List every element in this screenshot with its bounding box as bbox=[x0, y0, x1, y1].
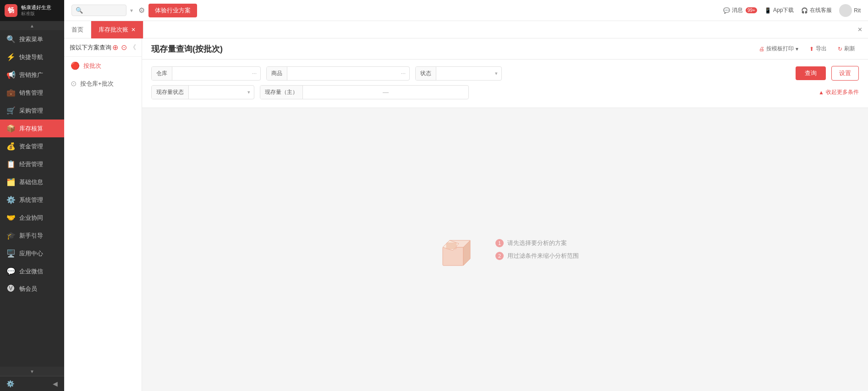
filter-add-icon[interactable]: ⊕ bbox=[112, 43, 118, 52]
collapse-icon: ▲ bbox=[819, 89, 824, 96]
query-form: 仓库 ··· 商品 ··· 状态 ▾ 查询 设置 bbox=[142, 60, 868, 108]
message-btn[interactable]: 💬 消息 99+ bbox=[723, 6, 757, 14]
settings-btn[interactable]: 设置 bbox=[831, 66, 859, 81]
inventory-qty-from-input[interactable] bbox=[303, 87, 381, 98]
hint-item-2: 2 用过滤条件来缩小分析范围 bbox=[495, 252, 579, 260]
filter-panel-header: 按以下方案查询 ⊕ ⊙ 《 bbox=[64, 38, 142, 57]
inventory-status-value[interactable] bbox=[189, 90, 244, 95]
filter-item-label: 按批次 bbox=[83, 62, 101, 70]
sidebar-item-basic[interactable]: 🗂️ 基础信息 bbox=[0, 173, 64, 191]
sidebar-item-search[interactable]: 🔍 搜索菜单 bbox=[0, 30, 64, 48]
hint-num-2: 2 bbox=[495, 252, 504, 260]
filter-item-by-batch[interactable]: 🔴 按批次 bbox=[64, 57, 142, 75]
inventory-qty-field: 现存量（主） — bbox=[260, 85, 469, 99]
service-btn[interactable]: 🎧 在线客服 bbox=[801, 6, 832, 14]
query-btn[interactable]: 查询 bbox=[796, 66, 826, 80]
sidebar-item-marketing[interactable]: 📢 营销推广 bbox=[0, 66, 64, 84]
status-label: 状态 bbox=[416, 67, 436, 80]
filter-panel-title: 按以下方案查询 bbox=[70, 43, 111, 52]
print-template-btn[interactable]: 🖨 按模板打印 ▾ bbox=[755, 43, 802, 54]
tab-home[interactable]: 首页 bbox=[64, 21, 91, 38]
headset-icon: 🎧 bbox=[801, 7, 808, 14]
inventory-qty-to-input[interactable] bbox=[390, 87, 468, 98]
search-input[interactable] bbox=[85, 7, 117, 14]
sidebar-item-purchase[interactable]: 🛒 采购管理 bbox=[0, 102, 64, 119]
refresh-icon: ↻ bbox=[838, 46, 842, 52]
filter-panel: 按以下方案查询 ⊕ ⊙ 《 🔴 按批次 ⊙ 按仓库+批次 bbox=[64, 38, 142, 391]
sidebar-scroll-up[interactable]: ▲ bbox=[0, 21, 64, 30]
tab-batch-account-label: 库存批次账 bbox=[99, 26, 128, 34]
filter-collapse-icon[interactable]: 《 bbox=[130, 43, 136, 52]
export-btn[interactable]: ⬆ 导出 bbox=[806, 43, 830, 54]
sidebar-item-wechat[interactable]: 💬 企业微信 bbox=[0, 262, 64, 280]
page-header: 现存量查询(按批次) 🖨 按模板打印 ▾ ⬆ 导出 ↻ 刷新 bbox=[142, 38, 868, 60]
sidebar-scroll-down[interactable]: ▼ bbox=[0, 367, 64, 376]
sidebar-item-label: 库存核算 bbox=[19, 125, 43, 133]
filter-item-by-warehouse-batch[interactable]: ⊙ 按仓库+批次 bbox=[64, 75, 142, 92]
tab-close-all-btn[interactable]: ✕ bbox=[852, 21, 868, 38]
filter-settings-icon[interactable]: ⊙ bbox=[121, 43, 127, 52]
empty-illustration bbox=[431, 227, 477, 272]
empty-state: 1 请先选择要分析的方案 2 用过滤条件来缩小分析范围 bbox=[142, 108, 868, 391]
topbar-settings-icon[interactable]: ⚙ bbox=[138, 6, 145, 15]
guide-icon: 🎓 bbox=[6, 231, 16, 240]
app-download-btn[interactable]: 📱 App下载 bbox=[764, 6, 794, 14]
sidebar-item-enterprise[interactable]: 🤝 企业协同 bbox=[0, 209, 64, 227]
status-value[interactable] bbox=[436, 71, 491, 76]
tab-close-icon[interactable]: ✕ bbox=[131, 27, 136, 33]
sidebar-item-system[interactable]: ⚙️ 系统管理 bbox=[0, 191, 64, 209]
sidebar-header: 畅 畅康通好生意 标准版 bbox=[0, 0, 64, 21]
trial-btn[interactable]: 体验行业方案 bbox=[148, 4, 197, 17]
sidebar-item-label: 系统管理 bbox=[19, 196, 43, 204]
sidebar-item-label: 新手引导 bbox=[19, 232, 43, 240]
sidebar-item-label: 资金管理 bbox=[19, 142, 43, 151]
sidebar-item-quick-nav[interactable]: ⚡ 快捷导航 bbox=[0, 48, 64, 66]
sidebar-item-guide[interactable]: 🎓 新手引导 bbox=[0, 227, 64, 244]
product-more-icon[interactable]: ··· bbox=[397, 67, 409, 79]
search-icon: 🔍 bbox=[6, 35, 16, 43]
message-icon: 💬 bbox=[723, 7, 730, 14]
hint-item-1: 1 请先选择要分析的方案 bbox=[495, 239, 579, 247]
sidebar-item-label: 搜索菜单 bbox=[19, 35, 43, 43]
tab-batch-account[interactable]: 库存批次账 ✕ bbox=[91, 21, 143, 38]
content-area: 按以下方案查询 ⊕ ⊙ 《 🔴 按批次 ⊙ 按仓库+批次 现存量查询(按批次) bbox=[64, 38, 868, 391]
sidebar-item-sales[interactable]: 💼 销售管理 bbox=[0, 84, 64, 102]
query-form-row1: 仓库 ··· 商品 ··· 状态 ▾ 查询 设置 bbox=[151, 66, 859, 81]
topbar-search-box[interactable]: 🔍 bbox=[71, 5, 126, 16]
sidebar-item-label: 基础信息 bbox=[19, 178, 43, 186]
warehouse-more-icon[interactable]: ··· bbox=[248, 67, 260, 79]
inventory-icon: 📦 bbox=[6, 124, 16, 133]
filter-item-label: 按仓库+批次 bbox=[80, 80, 114, 88]
inventory-status-arrow-icon[interactable]: ▾ bbox=[244, 87, 254, 98]
sidebar-item-label: 营销推广 bbox=[19, 71, 43, 79]
sidebar-item-inventory[interactable]: 📦 库存核算 bbox=[0, 119, 64, 137]
sidebar-item-apps[interactable]: 🖥️ 应用中心 bbox=[0, 244, 64, 262]
collapse-more-btn[interactable]: ▲ 收起更多条件 bbox=[819, 87, 859, 98]
vip-icon: 🅥 bbox=[6, 285, 16, 293]
tab-home-label: 首页 bbox=[71, 26, 83, 34]
query-form-row2: 现存量状态 ▾ 现存量（主） — ▲ 收起更多条件 bbox=[151, 85, 859, 99]
refresh-btn[interactable]: ↻ 刷新 bbox=[834, 43, 859, 54]
page-title: 现存量查询(按批次) bbox=[151, 43, 223, 54]
sidebar: 畅 畅康通好生意 标准版 ▲ 🔍 搜索菜单 ⚡ 快捷导航 📢 营销推广 💼 销售… bbox=[0, 0, 64, 391]
sidebar-item-finance[interactable]: 💰 资金管理 bbox=[0, 137, 64, 155]
user-avatar-btn[interactable]: Rit bbox=[839, 4, 861, 17]
sidebar-version: 标准版 bbox=[21, 11, 51, 17]
tabbar: 首页 库存批次账 ✕ ✕ bbox=[64, 21, 868, 38]
topbar-chevron-icon[interactable]: ▾ bbox=[130, 7, 133, 14]
main-content: 现存量查询(按批次) 🖨 按模板打印 ▾ ⬆ 导出 ↻ 刷新 bbox=[142, 38, 868, 391]
collapse-sidebar-icon[interactable]: ◀ bbox=[53, 380, 58, 387]
sidebar-item-label: 采购管理 bbox=[19, 107, 43, 115]
settings-footer-icon[interactable]: ⚙️ bbox=[6, 380, 14, 387]
system-icon: ⚙️ bbox=[6, 196, 16, 204]
close-all-icon: ✕ bbox=[857, 26, 863, 33]
sidebar-item-vip[interactable]: 🅥 畅会员 bbox=[0, 280, 64, 298]
sidebar-item-operations[interactable]: 📋 经营管理 bbox=[0, 155, 64, 173]
product-input[interactable] bbox=[287, 67, 397, 79]
search-icon: 🔍 bbox=[76, 7, 83, 14]
batch-radio-icon: 🔴 bbox=[71, 61, 80, 70]
print-chevron-icon[interactable]: ▾ bbox=[796, 46, 798, 52]
warehouse-input[interactable] bbox=[172, 67, 248, 79]
status-arrow-icon[interactable]: ▾ bbox=[491, 68, 501, 79]
product-label: 商品 bbox=[267, 67, 287, 80]
